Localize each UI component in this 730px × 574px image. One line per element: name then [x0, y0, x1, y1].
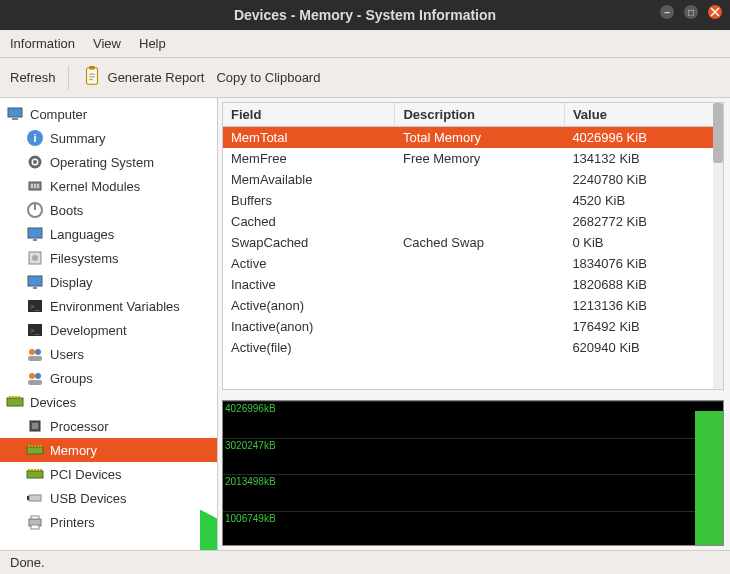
cell-desc: Free Memory [395, 148, 564, 169]
table-row[interactable]: Inactive1820688 KiB [223, 274, 723, 295]
sidebar-item-languages[interactable]: Languages [0, 222, 217, 246]
cell-field: MemFree [223, 148, 395, 169]
sidebar-item-development[interactable]: >_Development [0, 318, 217, 342]
memory-table[interactable]: Field Description Value MemTotalTotal Me… [222, 102, 724, 390]
sidebar-item-label: Kernel Modules [50, 179, 140, 194]
cell-desc [395, 295, 564, 316]
copy-clipboard-button[interactable]: Copy to Clipboard [216, 70, 320, 85]
minimize-button[interactable]: – [660, 5, 674, 19]
sidebar-item-groups[interactable]: Groups [0, 366, 217, 390]
table-row[interactable]: SwapCachedCached Swap0 KiB [223, 232, 723, 253]
sidebar-item-boots[interactable]: Boots [0, 198, 217, 222]
sidebar-item-label: Filesystems [50, 251, 119, 266]
svg-rect-32 [12, 396, 14, 398]
cell-field: Active(anon) [223, 295, 395, 316]
cell-desc: Total Memory [395, 127, 564, 149]
sidebar-item-environment-variables[interactable]: >_Environment Variables [0, 294, 217, 318]
cell-value: 2240780 KiB [564, 169, 722, 190]
sidebar-item-label: Development [50, 323, 127, 338]
cell-value: 620940 KiB [564, 337, 722, 358]
cell-field: SwapCached [223, 232, 395, 253]
close-button[interactable] [708, 5, 722, 19]
menu-view[interactable]: View [93, 36, 121, 51]
sidebar-item-usb-devices[interactable]: USB Devices [0, 486, 217, 510]
cell-value: 2682772 KiB [564, 211, 722, 232]
table-row[interactable]: MemFreeFree Memory134132 KiB [223, 148, 723, 169]
table-row[interactable]: Buffers4520 KiB [223, 190, 723, 211]
svg-rect-36 [32, 423, 38, 429]
graph-gridline [223, 401, 723, 402]
sidebar-item-summary[interactable]: iSummary [0, 126, 217, 150]
table-row[interactable]: Active(anon)1213136 KiB [223, 295, 723, 316]
generate-report-button[interactable]: Generate Report [81, 65, 205, 90]
svg-text:>_: >_ [30, 302, 40, 311]
svg-rect-40 [34, 445, 36, 447]
sidebar-item-kernel-modules[interactable]: Kernel Modules [0, 174, 217, 198]
sidebar-item-filesystems[interactable]: Filesystems [0, 246, 217, 270]
printer-icon [26, 513, 44, 531]
info-icon: i [26, 129, 44, 147]
power-icon [26, 201, 44, 219]
sidebar-item-processor[interactable]: Processor [0, 414, 217, 438]
col-description[interactable]: Description [395, 103, 564, 127]
sidebar-item-memory[interactable]: Memory [0, 438, 217, 462]
menu-help[interactable]: Help [139, 36, 166, 51]
table-row[interactable]: MemAvailable2240780 KiB [223, 169, 723, 190]
svg-rect-41 [37, 445, 39, 447]
menu-information[interactable]: Information [10, 36, 75, 51]
devices-icon [6, 393, 24, 411]
col-field[interactable]: Field [223, 103, 395, 127]
svg-point-7 [33, 160, 37, 164]
refresh-button[interactable]: Refresh [10, 70, 56, 85]
titlebar: Devices - Memory - System Information – … [0, 0, 730, 30]
cell-value: 0 KiB [564, 232, 722, 253]
svg-point-27 [29, 373, 35, 379]
cell-desc [395, 337, 564, 358]
graph-bar [695, 411, 723, 545]
clipboard-icon [81, 65, 103, 90]
table-row[interactable]: MemTotalTotal Memory4026996 KiB [223, 127, 723, 149]
toolbar-separator [68, 66, 69, 90]
svg-rect-26 [28, 356, 42, 361]
table-row[interactable]: Inactive(anon)176492 KiB [223, 316, 723, 337]
disk-icon [26, 249, 44, 267]
cell-field: Buffers [223, 190, 395, 211]
main-area: Computer iSummaryOperating SystemKernel … [0, 98, 730, 550]
table-row[interactable]: Active1834076 KiB [223, 253, 723, 274]
usb-icon [26, 489, 44, 507]
cell-field: Active [223, 253, 395, 274]
sidebar-item-operating-system[interactable]: Operating System [0, 150, 217, 174]
sidebar-item-users[interactable]: Users [0, 342, 217, 366]
graph-gridline [223, 438, 723, 439]
cell-desc [395, 211, 564, 232]
svg-rect-33 [15, 396, 17, 398]
sidebar[interactable]: Computer iSummaryOperating SystemKernel … [0, 98, 218, 550]
users-icon [26, 369, 44, 387]
sidebar-group-computer[interactable]: Computer [0, 102, 217, 126]
maximize-button[interactable]: □ [684, 5, 698, 19]
sidebar-group-devices[interactable]: Devices [0, 390, 217, 414]
table-scrollbar[interactable] [713, 103, 723, 389]
cell-desc [395, 190, 564, 211]
sidebar-item-pci-devices[interactable]: PCI Devices [0, 462, 217, 486]
svg-rect-14 [28, 228, 42, 238]
svg-rect-31 [9, 396, 11, 398]
sidebar-item-printers[interactable]: Printers [0, 510, 217, 534]
sidebar-item-label: PCI Devices [50, 467, 122, 482]
computer-icon [6, 105, 24, 123]
cell-value: 134132 KiB [564, 148, 722, 169]
table-row[interactable]: Cached2682772 KiB [223, 211, 723, 232]
sidebar-item-display[interactable]: Display [0, 270, 217, 294]
cell-value: 1820688 KiB [564, 274, 722, 295]
table-row[interactable]: Active(file)620940 KiB [223, 337, 723, 358]
terminal-icon: >_ [26, 321, 44, 339]
svg-rect-45 [31, 469, 33, 471]
graph-ylabel: 4026996kB [225, 403, 276, 414]
terminal-icon: >_ [26, 297, 44, 315]
cell-desc [395, 169, 564, 190]
col-value[interactable]: Value [564, 103, 722, 127]
report-label: Generate Report [108, 70, 205, 85]
sidebar-item-label: Environment Variables [50, 299, 180, 314]
graph-ylabel: 3020247kB [225, 440, 276, 451]
gear-icon [26, 153, 44, 171]
